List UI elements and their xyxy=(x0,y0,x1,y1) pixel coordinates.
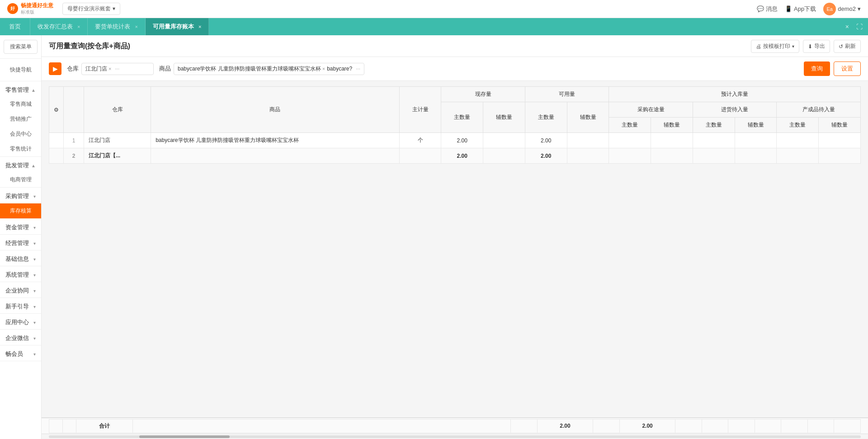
row1-production-main xyxy=(777,133,819,148)
sidebar-section-enterprise-title[interactable]: 企业协同 ▾ xyxy=(0,282,41,297)
footer-production-aux xyxy=(834,419,861,433)
row1-available-main: 2.00 xyxy=(525,133,567,148)
refresh-btn[interactable]: ↺ 刷新 xyxy=(834,40,861,53)
industry-selector[interactable]: 母婴行业演示账套 ▾ xyxy=(62,3,120,15)
user-label: demo2 xyxy=(838,5,856,12)
th-incoming-group: 进货待入量 xyxy=(693,102,777,118)
retail-arrow-icon: ▲ xyxy=(31,88,36,93)
sidebar-section-purchase-title[interactable]: 采购管理 ▾ xyxy=(0,188,41,203)
export-label: 导出 xyxy=(814,42,825,50)
page-title: 可用量查询(按仓库+商品) xyxy=(49,42,130,51)
app-label: App下载 xyxy=(794,5,816,13)
logo-icon: 好 xyxy=(7,3,18,14)
footer-incoming-aux xyxy=(781,419,808,433)
footer-product xyxy=(133,419,511,433)
sidebar-section-system-title[interactable]: 系统管理 ▾ xyxy=(0,266,41,282)
product-tag2: babycare? xyxy=(327,66,352,72)
tab-collect-close[interactable]: × xyxy=(77,24,80,29)
footer-available-main: 2.00 xyxy=(619,419,675,433)
row1-purchase-main xyxy=(609,133,651,148)
row2-stock-main: 2.00 xyxy=(441,148,483,164)
enterprise-arrow-icon: ▾ xyxy=(33,288,36,293)
filter-toggle-btn[interactable]: ▶ xyxy=(49,62,61,75)
sidebar-item-members[interactable]: 会员中心 xyxy=(0,127,41,142)
row1-product: babycare学饮杯 儿童防摔防撞吸管杯重力球吸嘴杯宝宝水杯 xyxy=(151,133,400,148)
sidebar-section-wechat-label: 企业微信 xyxy=(5,334,29,342)
row1-incoming-aux xyxy=(735,133,777,148)
sidebar-item-inventory[interactable]: 库存核算 xyxy=(0,203,41,218)
row2-settings xyxy=(49,148,64,164)
footer-stock-aux xyxy=(593,419,620,433)
th-settings[interactable]: ⚙ xyxy=(49,87,64,133)
scroll-thumb[interactable] xyxy=(139,435,230,438)
purchase-arrow-icon: ▾ xyxy=(33,194,36,199)
tab-collect[interactable]: 收发存汇总表 × xyxy=(30,18,88,35)
row1-incoming-main xyxy=(693,133,735,148)
fullscreen-btn[interactable]: ⛶ xyxy=(854,21,864,32)
row2-stock-aux xyxy=(483,148,525,164)
sidebar-section-wechat-title[interactable]: 企业微信 ▾ xyxy=(0,330,41,345)
warehouse-label: 仓库 xyxy=(67,65,79,73)
row1-stock-aux xyxy=(483,133,525,148)
sidebar-section-retail-title[interactable]: 零售管理 ▲ xyxy=(0,81,41,97)
row1-production-aux xyxy=(819,133,861,148)
row2-incoming-aux xyxy=(735,148,777,164)
search-menu-btn[interactable]: 搜索菜单 xyxy=(4,40,38,54)
export-btn[interactable]: ⬇ 导出 xyxy=(803,40,830,53)
tab-home[interactable]: 首页 xyxy=(0,18,30,35)
sidebar-item-quicknav[interactable]: 快捷导航 xyxy=(0,62,41,77)
product-tag1-value: babycare学饮杯 儿童防摔防撞吸管杯重力球吸嘴杯宝宝水杯 xyxy=(178,65,321,73)
warehouse-tag-remove[interactable]: × xyxy=(108,66,111,71)
filter-actions: 查询 设置 xyxy=(804,61,861,76)
warehouse-input[interactable]: 江北门店 × ··· xyxy=(81,63,154,75)
sidebar-section-purchase-label: 采购管理 xyxy=(5,192,29,200)
th-product: 商品 xyxy=(151,87,400,133)
message-btn[interactable]: 💬 消息 xyxy=(757,5,778,13)
sidebar-item-ecommerce[interactable]: 电商管理 xyxy=(0,172,41,187)
export-icon: ⬇ xyxy=(808,43,812,50)
user-menu[interactable]: Ea demo2 ▾ xyxy=(823,3,861,15)
row2-production-aux xyxy=(819,148,861,164)
sidebar-section-inventory: 库存核算 xyxy=(0,203,41,219)
footer-available-aux xyxy=(675,419,702,433)
tab-order[interactable]: 要货单统计表 × xyxy=(88,18,145,35)
th-unit: 主计量 xyxy=(399,87,441,133)
row1-available-aux xyxy=(567,133,609,148)
sidebar-section-operation-title[interactable]: 经营管理 ▾ xyxy=(0,235,41,250)
th-purchase-group: 采购在途量 xyxy=(609,102,693,118)
sidebar-item-marketing[interactable]: 营销推广 xyxy=(0,112,41,127)
refresh-label: 刷新 xyxy=(845,42,856,50)
sidebar-item-online-store[interactable]: 零售商城 xyxy=(0,97,41,112)
refresh-icon: ↺ xyxy=(839,43,843,50)
wechat-arrow-icon: ▾ xyxy=(33,336,36,341)
sidebar-section-newguide-title[interactable]: 新手引导 ▾ xyxy=(0,298,41,313)
filter-row: ▶ 仓库 江北门店 × ··· 商品 babycare学饮杯 儿童防摔防撞吸管杯… xyxy=(42,57,868,81)
th-index xyxy=(64,87,84,133)
th-available-aux: 辅数量 xyxy=(567,102,609,133)
footer-production-main xyxy=(807,419,834,433)
print-template-btn[interactable]: 🖨 按模板打印 ▾ xyxy=(751,40,799,53)
query-btn[interactable]: 查询 xyxy=(804,61,830,76)
app-download-btn[interactable]: 📱 App下载 xyxy=(785,5,816,13)
product-tag1-remove[interactable]: × xyxy=(322,66,325,71)
product-input[interactable]: babycare学饮杯 儿童防摔防撞吸管杯重力球吸嘴杯宝宝水杯 × babyca… xyxy=(174,63,364,75)
footer-unit xyxy=(511,419,538,433)
row2-product xyxy=(151,148,400,164)
tab-order-close[interactable]: × xyxy=(135,24,137,29)
tab-available-close[interactable]: × xyxy=(198,24,201,29)
sidebar-section-finance-title[interactable]: 资金管理 ▾ xyxy=(0,219,41,234)
sidebar-section-wholesale-title[interactable]: 批发管理 ▲ xyxy=(0,157,41,172)
close-all-btn[interactable]: × xyxy=(844,21,851,32)
logo: 好 畅捷通好生意 标准版 xyxy=(7,2,53,15)
sidebar-section-finance-label: 资金管理 xyxy=(5,223,29,231)
sidebar-section-member-title[interactable]: 畅会员 ▾ xyxy=(0,345,41,361)
row1-stock-main: 2.00 xyxy=(441,133,483,148)
sidebar-section-basic-title[interactable]: 基础信息 ▾ xyxy=(0,250,41,266)
sidebar-section-appcenter-title[interactable]: 应用中心 ▾ xyxy=(0,314,41,329)
th-stock-group: 现存量 xyxy=(441,87,525,102)
setting-btn[interactable]: 设置 xyxy=(834,61,861,76)
bottom-scrollbar[interactable] xyxy=(42,434,868,439)
tab-available[interactable]: 可用量库存账本 × xyxy=(146,18,209,35)
message-icon: 💬 xyxy=(757,5,764,12)
sidebar-item-retail-stats[interactable]: 零售统计 xyxy=(0,142,41,156)
